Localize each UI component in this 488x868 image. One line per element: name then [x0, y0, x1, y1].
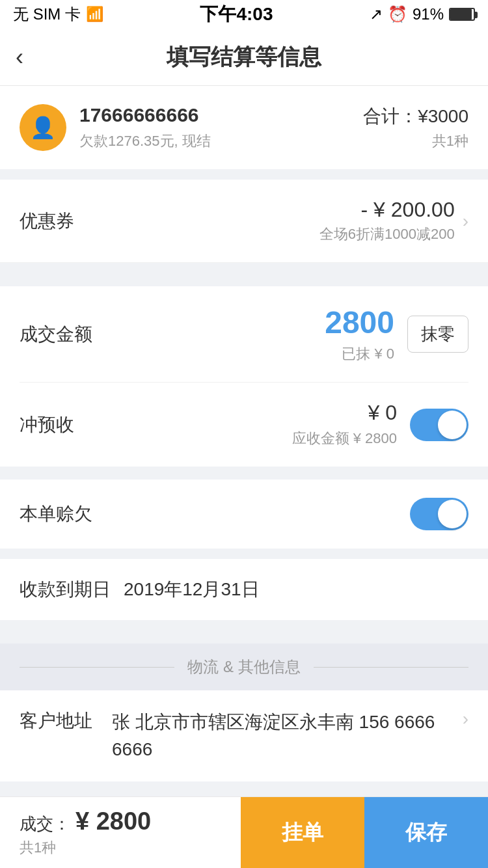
- battery-icon: [449, 8, 475, 21]
- coupon-right: - ¥ 200.00 全场6折满1000减200 ›: [319, 198, 468, 244]
- total-count: 共1种: [363, 131, 468, 151]
- bottom-deal-label: 成交：: [20, 813, 70, 835]
- debt-section: 本单赊欠: [0, 480, 488, 549]
- debt-label: 本单赊欠: [20, 502, 92, 526]
- amount-section: 成交金额 2800 已抹 ¥ 0 抹零 冲预收 ¥ 0 应收金额 ¥ 2800: [0, 286, 488, 467]
- deal-amount-label: 成交金额: [20, 322, 92, 347]
- address-label: 客户地址: [20, 709, 92, 733]
- battery-percent: 91%: [413, 5, 444, 23]
- pre-collection-right: ¥ 0 应收金额 ¥ 2800: [292, 401, 468, 448]
- logistics-line-left: [20, 667, 174, 668]
- pre-collection-value: ¥ 0: [368, 401, 397, 425]
- coupon-desc: 全场6折满1000减200: [319, 224, 455, 244]
- customer-right: 合计：¥3000 共1种: [363, 104, 468, 151]
- save-button[interactable]: 保存: [364, 797, 488, 869]
- customer-left: 👤 17666666666 欠款1276.35元, 现结: [20, 104, 211, 151]
- wifi-icon: 📶: [86, 6, 103, 23]
- due-date-value: 2019年12月31日: [124, 577, 260, 602]
- customer-debt: 欠款1276.35元, 现结: [79, 131, 211, 151]
- customer-card: 👤 17666666666 欠款1276.35元, 现结 合计：¥3000 共1…: [0, 86, 488, 169]
- deal-amount-value: 2800: [325, 305, 394, 340]
- due-date-row: 收款到期日 2019年12月31日: [20, 577, 468, 602]
- section-divider-1: [0, 273, 488, 286]
- location-icon: ↗: [370, 5, 383, 23]
- pre-collection-label: 冲预收: [20, 413, 74, 437]
- pre-collection-col: ¥ 0 应收金额 ¥ 2800: [292, 401, 397, 448]
- bottom-deal-row: 成交： ¥ 2800: [20, 807, 221, 835]
- bottom-bar: 成交： ¥ 2800 共1种 挂单 保存: [0, 796, 488, 868]
- deal-amount-row: 成交金额 2800 已抹 ¥ 0 抹零: [20, 286, 468, 383]
- address-value: 张 北京市市辖区海淀区永丰南 156 6666 6666: [112, 709, 463, 763]
- hold-button[interactable]: 挂单: [241, 797, 364, 869]
- no-sim-label: 无 SIM 卡: [13, 4, 81, 25]
- round-button[interactable]: 抹零: [407, 316, 468, 353]
- status-left: 无 SIM 卡 📶: [13, 4, 103, 25]
- coupon-info: - ¥ 200.00 全场6折满1000减200: [319, 198, 455, 244]
- due-date-section: 收款到期日 2019年12月31日: [0, 559, 488, 620]
- logistics-line-right: [314, 667, 468, 668]
- bottom-count: 共1种: [20, 838, 221, 858]
- customer-phone: 17666666666: [79, 104, 211, 126]
- logistics-divider: 物流 & 其他信息: [0, 644, 488, 690]
- section-divider-3: [0, 631, 488, 644]
- status-time: 下午4:03: [200, 2, 273, 27]
- page-title: 填写结算等信息: [167, 42, 321, 72]
- back-button[interactable]: ‹: [16, 44, 23, 71]
- customer-info: 17666666666 欠款1276.35元, 现结: [79, 104, 211, 151]
- logistics-label: 物流 & 其他信息: [187, 657, 300, 677]
- toggle-knob: [438, 411, 467, 439]
- coupon-discount: - ¥ 200.00: [319, 198, 455, 222]
- pre-collection-toggle[interactable]: [410, 409, 468, 441]
- coupon-label: 优惠券: [20, 209, 74, 234]
- alarm-icon: ⏰: [388, 5, 407, 23]
- status-right: ↗ ⏰ 91%: [370, 5, 475, 23]
- deal-amount-right: 2800 已抹 ¥ 0 抹零: [325, 305, 468, 364]
- content: 👤 17666666666 欠款1276.35元, 现结 合计：¥3000 共1…: [0, 86, 488, 868]
- section-divider-2: [0, 467, 488, 480]
- deal-amount-sub: 已抹 ¥ 0: [342, 344, 394, 364]
- avatar: 👤: [20, 104, 66, 151]
- bottom-amount: ¥ 2800: [75, 807, 151, 835]
- nav-bar: ‹ 填写结算等信息: [0, 29, 488, 86]
- coupon-row[interactable]: 优惠券 - ¥ 200.00 全场6折满1000减200 ›: [0, 180, 488, 263]
- pre-collection-sub: 应收金额 ¥ 2800: [292, 429, 397, 448]
- debt-toggle[interactable]: [410, 498, 468, 530]
- coupon-chevron-icon: ›: [463, 211, 468, 232]
- pre-collection-row: 冲预收 ¥ 0 应收金额 ¥ 2800: [20, 383, 468, 467]
- due-date-label: 收款到期日: [20, 577, 111, 602]
- bottom-summary: 成交： ¥ 2800 共1种: [0, 807, 241, 858]
- status-bar: 无 SIM 卡 📶 下午4:03 ↗ ⏰ 91%: [0, 0, 488, 29]
- total-amount: 合计：¥3000: [363, 104, 468, 129]
- address-section[interactable]: 客户地址 张 北京市市辖区海淀区永丰南 156 6666 6666 ›: [0, 690, 488, 781]
- deal-amount-col: 2800 已抹 ¥ 0: [325, 305, 394, 364]
- address-chevron-icon: ›: [463, 709, 468, 729]
- debt-toggle-knob: [438, 500, 467, 528]
- avatar-icon: 👤: [30, 115, 56, 140]
